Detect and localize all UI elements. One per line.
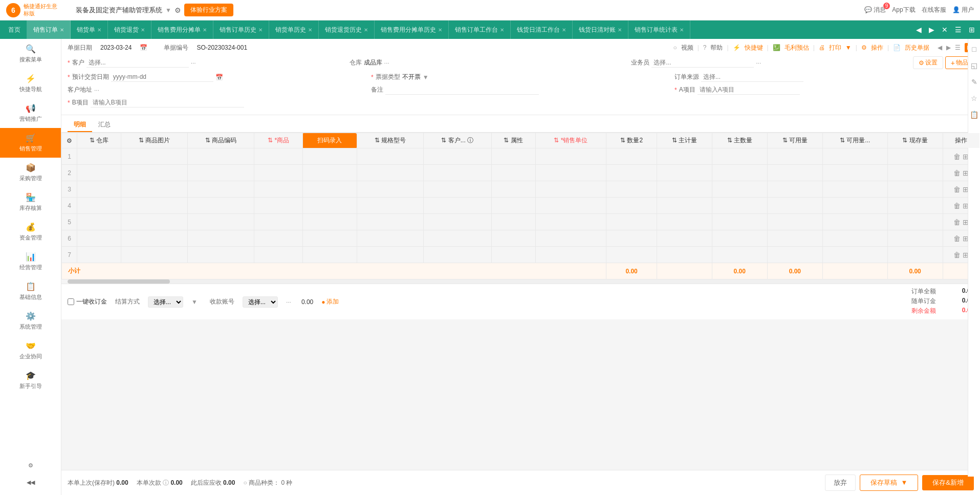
right-panel-icon-2[interactable]: ◱ [969,59,979,72]
row-1-main-qty[interactable] [712,148,767,165]
sidebar-item-newbie[interactable]: 🎓 新手引导 [0,365,61,395]
row-1-product[interactable] [254,148,303,165]
save-draft-button[interactable]: 保存草稿 ▼ [860,475,919,491]
sidebar-item-operations[interactable]: 📊 经营管理 [0,247,61,276]
tab-summary[interactable]: 汇总 [92,118,117,132]
sidebar-collapse-button[interactable]: ◀◀ [0,474,61,491]
settings-gear-icon[interactable]: ⚙ [175,6,181,14]
row-5-delete-icon[interactable]: 🗑 [953,218,961,226]
order-source-input[interactable] [701,72,803,82]
row-1-stock[interactable] [887,148,943,165]
sidebar-item-inventory[interactable]: 🏪 库存核算 [0,187,61,217]
col-customer-code[interactable]: ⇅ 客户... ⓘ [423,133,491,148]
tab-return-history[interactable]: 销货退货历史 ✕ [319,20,375,39]
tab-home[interactable]: 首页 [2,20,27,39]
row-3-delete-icon[interactable]: 🗑 [953,185,961,193]
operation-label[interactable]: 操作 [871,44,883,52]
sidebar-item-system[interactable]: ⚙️ 系统管理 [0,306,61,336]
nav-close-icon[interactable]: ✕ [939,25,951,35]
sidebar-item-quick-nav[interactable]: ⚡ 快捷导航 [0,69,61,98]
shortcut-label[interactable]: 快捷键 [745,44,763,52]
col-image[interactable]: ⇅ 商品图片 [121,133,187,148]
right-panel-icon-5[interactable]: 📋 [968,109,980,121]
nav-left-icon[interactable]: ◀ [938,44,942,51]
print-label[interactable]: 打印 [829,44,841,52]
messages-button[interactable]: 💬 消息 9 [864,6,886,14]
row-4-delete-icon[interactable]: 🗑 [953,202,961,210]
row-2-spec[interactable] [357,165,423,181]
user-avatar[interactable]: 👤 用户 [952,6,974,14]
row-1-available[interactable] [767,148,822,165]
print-dropdown-icon[interactable]: ▼ [845,44,852,51]
row-2-warehouse[interactable] [77,165,121,181]
col-attr[interactable]: ⇅ 属性 [491,133,535,148]
row-2-main-unit[interactable] [657,165,712,181]
tab-sales-invoice[interactable]: 销货单 ✕ [71,20,108,39]
sidebar-item-enterprise[interactable]: 🤝 企业协同 [0,336,61,365]
customer-input[interactable] [86,58,189,68]
calendar-icon[interactable]: 📅 [140,44,147,51]
col-qty2[interactable]: ⇅ 数量2 [606,133,657,148]
row-2-customer-code[interactable] [423,165,491,181]
row-2-stock[interactable] [887,165,943,181]
row-3-warehouse[interactable] [77,181,121,198]
row-1-delete-icon[interactable]: 🗑 [953,153,961,161]
sidebar-item-base-info[interactable]: 📋 基础信息 [0,276,61,306]
tab-sales-fee[interactable]: 销售费用分摊单 ✕ [151,20,213,39]
help-label[interactable]: 帮助 [710,44,723,52]
add-button[interactable]: ● 添加 [321,297,338,306]
right-panel-icon-4[interactable]: ☆ [969,92,979,104]
row-2-available[interactable] [767,165,822,181]
tab-fee-history[interactable]: 销售费用分摊单历史 ✕ [375,20,449,39]
col-main-unit[interactable]: ⇅ 主计量 [657,133,712,148]
scrollbar-thumb[interactable] [68,279,170,284]
address-dots[interactable]: ··· [94,87,99,94]
row-1-qty2[interactable] [606,148,657,165]
collection-select[interactable]: 选择... [243,296,278,308]
view-label[interactable]: 视频 [681,44,693,52]
tab-daily-clear-reconcile[interactable]: 钱货日清对账 ✕ [573,20,628,39]
row-2-unit[interactable] [535,165,606,181]
invoice-dropdown-icon[interactable]: ▼ [423,74,429,81]
online-service-button[interactable]: 在线客服 [922,6,946,14]
row-7-delete-icon[interactable]: 🗑 [953,251,961,259]
tab-invoice-history[interactable]: 销货单历史 ✕ [269,20,319,39]
col-code[interactable]: ⇅ 商品编码 [188,133,254,148]
col-unit[interactable]: ⇅ *销售单位 [535,133,606,148]
row-2-code[interactable] [188,165,254,181]
col-warehouse[interactable]: ⇅ 仓库 [77,133,121,148]
row-2-scan[interactable] [302,165,357,181]
right-panel-icon-1[interactable]: □ [970,43,978,55]
list-view-icon[interactable]: ☰ [955,44,961,51]
b-project-input[interactable] [91,98,244,107]
remark-input[interactable] [385,85,539,95]
industry-solution-button[interactable]: 体验行业方案 [184,4,233,16]
save-draft-dropdown-icon[interactable]: ▼ [901,479,907,486]
row-1-attr[interactable] [491,148,535,165]
row-2-qty2[interactable] [606,165,657,181]
app-download-button[interactable]: App下载 [892,6,915,14]
customer-dots[interactable]: ··· [191,59,196,67]
col-scan[interactable]: 扫码录入 [302,133,357,148]
nav-prev-arrow[interactable]: ◀ [913,25,925,35]
row-2-attr[interactable] [491,165,535,181]
horizontal-scrollbar[interactable] [68,279,974,284]
dots-collection[interactable]: ··· [286,298,291,306]
profit-label[interactable]: 毛利预估 [785,44,809,52]
row-2-available2[interactable] [822,165,887,181]
row-1-image[interactable] [121,148,187,165]
sidebar-settings-button[interactable]: ⚙ [0,457,61,474]
nav-next-arrow[interactable]: ▶ [926,25,938,35]
row-1-unit[interactable] [535,148,606,165]
col-spec[interactable]: ⇅ 规格型号 [357,133,423,148]
warehouse-dots[interactable]: ··· [384,59,389,67]
row-1-available2[interactable] [822,148,887,165]
col-available[interactable]: ⇅ 可用量 [767,133,822,148]
col-main-qty[interactable]: ⇅ 主数量 [712,133,767,148]
row-6-delete-icon[interactable]: 🗑 [953,234,961,243]
row-2-main-qty[interactable] [712,165,767,181]
row-1-scan[interactable] [302,148,357,165]
tab-sales-order-history[interactable]: 销售订单历史 ✕ [213,20,269,39]
nav-menu-icon[interactable]: ☰ [952,25,965,35]
salesperson-dots[interactable]: ··· [756,59,761,67]
